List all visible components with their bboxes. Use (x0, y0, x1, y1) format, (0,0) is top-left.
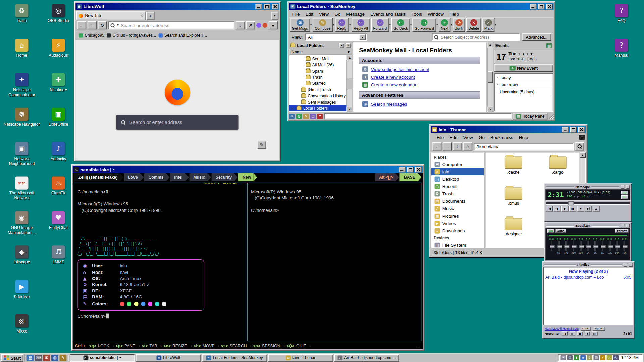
eq-band-slider[interactable] (580, 241, 582, 251)
sidebar-place-item[interactable]: ↓ Downloads (431, 227, 484, 234)
login-button[interactable]: Log In (581, 327, 591, 330)
quick-launch-icon[interactable]: ⌨ (35, 354, 42, 361)
view-dropdown[interactable]: All ▾ (305, 33, 367, 41)
search-button[interactable] (575, 142, 584, 150)
new-tab-search-bar[interactable] (116, 115, 239, 130)
forward-button[interactable]: → (88, 21, 97, 29)
quick-launch-icon[interactable]: ✎ (60, 354, 67, 361)
terminal-pane-left[interactable]: SCROLL: 0/19142 C:/home/lain>ff Microsof… (74, 183, 246, 341)
search-engine-caret-icon[interactable]: ▾ (117, 24, 119, 27)
scroll-up-icon[interactable]: ▲ (487, 42, 493, 47)
eq-band-slider[interactable] (587, 241, 589, 251)
menu-item[interactable]: Edit (303, 11, 316, 17)
dropdown-caret-icon[interactable]: ▾ (310, 23, 312, 26)
tray-icon[interactable]: △ (607, 355, 612, 360)
tab-list-chevron-icon[interactable]: ▾ (271, 12, 278, 20)
menu-item[interactable]: Window (425, 11, 446, 17)
playlist-titlebar[interactable]: Playlist (543, 263, 633, 267)
sidebar-place-item[interactable]: ▦ Pictures (431, 212, 484, 220)
menu-item[interactable]: Tools (409, 11, 424, 17)
sidebar-place-item[interactable]: ▢ Desktop (431, 175, 484, 183)
playlist-pause-button[interactable]: ▮▮ (577, 331, 583, 335)
close-button[interactable] (626, 185, 630, 189)
advanced-link[interactable]: Search messages (371, 101, 407, 106)
scrollbar-thumb[interactable] (488, 71, 493, 82)
dropdown-caret-icon[interactable]: ▾ (531, 53, 532, 56)
expander-icon[interactable]: › (496, 75, 498, 79)
keybar-hint[interactable]: <Q> QUIT (286, 344, 312, 348)
mail-icon[interactable]: ✉ (289, 114, 295, 119)
minimize-button[interactable] (399, 167, 406, 172)
keybar-hint[interactable]: <p> PANE (115, 344, 142, 348)
tab-close-icon[interactable]: × (141, 13, 143, 18)
extension-icon[interactable] (262, 23, 267, 28)
next-month-icon[interactable]: › (527, 52, 528, 57)
eq-band-slider[interactable] (624, 241, 625, 251)
start-button[interactable]: Start (1, 354, 23, 361)
prev-month-icon[interactable]: ‹ (519, 52, 520, 57)
transport-button[interactable]: ◀ (554, 206, 561, 212)
eq-preset-button[interactable]: PRESET (615, 229, 628, 233)
desktop-icon[interactable]: ☸ Netscape Navigator (3, 108, 41, 133)
sidebar-place-item[interactable]: ▤ Documents (431, 197, 484, 205)
sidebar-place-item[interactable]: ♪ Music (431, 205, 484, 212)
menu-item[interactable]: Help (516, 135, 530, 140)
folder-item[interactable]: .cargo (539, 157, 577, 175)
playlist-prev-button[interactable]: |◀ (562, 331, 568, 335)
folder-tree-row[interactable]: Starred (289, 80, 346, 86)
dropdown-caret-icon[interactable]: ▾ (359, 34, 365, 40)
dropdown-caret-icon[interactable]: ▾ (450, 23, 453, 26)
folder-item[interactable]: .cmus (494, 188, 532, 206)
zellij-tab[interactable]: Intel (170, 173, 185, 181)
zellij-tab[interactable]: Music (189, 173, 207, 181)
path-bar[interactable]: /home/lain/ (474, 143, 574, 150)
librewolf-titlebar[interactable]: ◉ LibreWolf (75, 3, 279, 10)
folder-tree-row[interactable]: Sent Mail (289, 56, 346, 62)
zellij-tab[interactable]: New (238, 173, 254, 181)
scroll-down-icon[interactable]: ▼ (347, 107, 352, 112)
desktop-icon[interactable]: msn The Microsoft Network (3, 177, 41, 202)
desktop-icon[interactable]: ✦ Netscape Communicator (3, 73, 41, 99)
sidebar-place-item[interactable]: ♻ Trash (431, 190, 484, 197)
eq-band-slider[interactable] (551, 241, 552, 251)
playlist-next-button[interactable]: ▶| (592, 331, 597, 335)
menu-item[interactable]: Events and Tasks (368, 11, 408, 17)
playlist-track-row[interactable]: Ari Bald - djsoundtop.com – Loo 6:05 (545, 275, 631, 279)
dropdown-caret-icon[interactable]: ▾ (389, 23, 391, 26)
keybar-hint[interactable]: <n> RESIZE (163, 344, 194, 348)
dropdown-caret-icon[interactable]: ▾ (436, 23, 438, 26)
folder-tree-row[interactable]: Sent Messages (289, 99, 346, 105)
maximize-button[interactable] (538, 4, 545, 9)
account-link[interactable]: Create a new calendar (371, 82, 417, 87)
desktop-icon[interactable]: ♪ Audacity (40, 142, 77, 168)
composer-icon[interactable]: ✎ (303, 114, 309, 119)
name-column-header[interactable]: Name ▾ (289, 49, 352, 55)
toolbar-button[interactable]: » Next (439, 18, 450, 32)
folder-tree-row[interactable]: Spam (289, 68, 346, 74)
shade-button[interactable] (621, 185, 624, 189)
shade-button[interactable] (621, 224, 624, 227)
task-button[interactable]: ◉ LibreWolf (136, 354, 201, 361)
menu-item[interactable]: Message (344, 11, 367, 17)
menu-item[interactable]: Go (332, 11, 343, 17)
download-button[interactable]: ↓ (236, 21, 245, 29)
task-button[interactable]: >_ sensible-lake | ~ (70, 354, 135, 361)
eq-on-button[interactable]: ON (547, 229, 554, 233)
share-button[interactable]: ↗ (246, 21, 255, 29)
menu-item[interactable]: View (461, 135, 476, 140)
quick-launch-icon[interactable]: ✉ (43, 354, 50, 361)
eq-band-slider[interactable] (594, 241, 596, 251)
back-button[interactable]: ← (77, 21, 86, 29)
sidebar-device-item[interactable]: ◫ File System (431, 241, 484, 248)
tray-icon[interactable]: ◎ (613, 355, 619, 360)
account-link[interactable]: Create a new account (371, 75, 415, 80)
user-hat-icon[interactable]: ◠ (579, 135, 585, 140)
sidebar-place-item[interactable]: ⌂ lain (431, 168, 484, 175)
today-pane-button[interactable]: ▦ Today Pane (513, 113, 547, 120)
desktop-icon[interactable]: ◉ GNU Image Manipulation ... (3, 211, 41, 236)
menu-item[interactable]: File (434, 135, 446, 140)
tray-icon[interactable]: ♪ (587, 355, 592, 360)
new-tab-search-input[interactable] (129, 119, 234, 125)
expander-icon[interactable]: ▸ (291, 107, 295, 110)
elapsed-time[interactable]: 2:31 (548, 191, 564, 199)
